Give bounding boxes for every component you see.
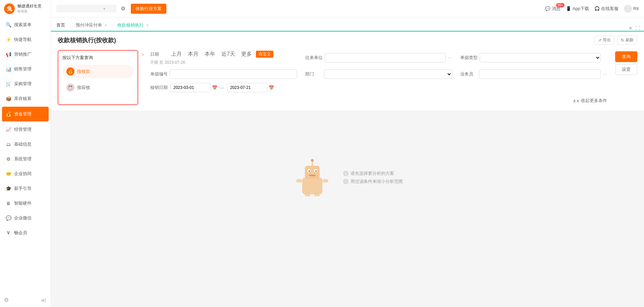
empty-hint-1: 1 请先选择要分析的方案 xyxy=(343,170,403,176)
verifydate-start-icon[interactable]: 📅 xyxy=(212,85,217,90)
tab-prepay-close[interactable]: × xyxy=(105,23,107,27)
doctype-select[interactable] xyxy=(480,53,601,62)
verifydate-end[interactable]: 2023-07-21 xyxy=(227,83,267,92)
partner-input[interactable] xyxy=(325,53,446,62)
finance-nav-icon: 💰 xyxy=(5,111,11,117)
date-btn-this-month[interactable]: 本月 xyxy=(186,50,201,58)
user-avatar xyxy=(624,5,632,13)
sidebar-item-label: 搜索菜单 xyxy=(14,22,32,28)
settings-bottom-icon[interactable]: ⚙ xyxy=(4,297,9,303)
tabbar-right: ✕ ⛶ xyxy=(629,25,644,31)
filter-scheme-title: 按以下方案查询 xyxy=(62,55,133,61)
page-header: 收款核销执行(按收款) ↗ 导出 ↻ 刷新 xyxy=(51,32,644,45)
sidebar-item-management[interactable]: 📈 经营管理 xyxy=(0,122,51,137)
docno-input[interactable] xyxy=(170,69,297,79)
receipt-option-icon: 💰 xyxy=(66,67,74,75)
date-btn-7days[interactable]: 近7天 xyxy=(219,50,237,58)
sidebar-item-member[interactable]: V 畅会员 xyxy=(0,225,51,240)
topbar-settings-icon[interactable]: ⚙ xyxy=(121,5,125,12)
topbar-search-area[interactable]: ▾ xyxy=(56,5,117,12)
tab-prepay[interactable]: 预付冲应付单 × xyxy=(70,19,112,32)
sidebar-item-marketing[interactable]: 📢 营销推广 xyxy=(0,47,51,62)
hardware-nav-icon: 🖥 xyxy=(5,201,11,206)
sidebar-collapse-btn[interactable]: ◀‖ xyxy=(41,297,47,303)
sidebar-item-label: 企业微信 xyxy=(14,215,32,221)
topbar-msg-btn[interactable]: 💬 消息 99+ xyxy=(545,6,560,12)
date-btn-last-month[interactable]: 上月 xyxy=(169,50,184,58)
topbar-app-btn[interactable]: 📱 App下载 xyxy=(566,6,589,12)
filter-docno-group: 单据编号 xyxy=(150,69,297,79)
sidebar-item-search[interactable]: 🔍 搜索菜单 xyxy=(0,17,51,32)
sidebar: 兔 畅捷通好生意 标准版 🔍 搜索菜单 ⚡ 快捷导航 📢 营销推广 📊 销售管理… xyxy=(0,0,51,307)
inventory-nav-icon: 📦 xyxy=(5,96,11,101)
export-btn[interactable]: ↗ 导出 xyxy=(594,36,614,45)
page-header-actions: ↗ 导出 ↻ 刷新 xyxy=(594,36,637,45)
wechat-nav-icon: 💬 xyxy=(5,215,11,221)
verifydate-start[interactable]: 2023-03-01 xyxy=(170,83,211,92)
tab-expand-icon[interactable]: ⛶ xyxy=(635,25,640,31)
empty-hint-2: 2 用过滤条件来缩小分析范围 xyxy=(343,178,403,185)
svg-rect-6 xyxy=(309,175,316,176)
filter-doctype-group: 单据类型 ··· xyxy=(460,50,607,65)
sidebar-item-guide[interactable]: 🎓 新手引导 xyxy=(0,181,51,196)
sidebar-item-sales[interactable]: 📊 销售管理 xyxy=(0,62,51,76)
topbar-user-btn[interactable]: Rit xyxy=(624,5,639,13)
tab-home[interactable]: 首页 xyxy=(51,19,70,32)
sidebar-item-quick[interactable]: ⚡ 快捷导航 xyxy=(0,32,51,47)
app-logo: 兔 畅捷通好生意 标准版 xyxy=(0,0,51,17)
svg-rect-7 xyxy=(296,179,302,183)
topbar-dropdown-icon[interactable]: ▾ xyxy=(103,6,105,11)
date-btn-custom[interactable]: 自定义 xyxy=(256,51,273,58)
svg-point-5 xyxy=(315,170,317,172)
staff-more-icon[interactable]: ··· xyxy=(603,71,607,77)
tab-verify[interactable]: 收款核销执行 × xyxy=(112,19,154,32)
filter-option-by-receipt[interactable]: 💰 按收款 xyxy=(62,65,133,78)
sidebar-item-wechat[interactable]: 💬 企业微信 xyxy=(0,211,51,225)
svg-rect-1 xyxy=(305,166,320,178)
query-btns-area: 查询 设置 xyxy=(615,50,637,105)
industry-btn[interactable]: 体验行业方案 xyxy=(131,4,166,14)
topbar-service-label: 在线客服 xyxy=(601,6,619,12)
tab-prepay-label: 预付冲应付单 xyxy=(76,22,102,28)
results-area: 1 请先选择要分析的方案 2 用过滤条件来缩小分析范围 xyxy=(51,110,644,245)
filter-collapse-btn[interactable]: » xyxy=(138,50,148,105)
filter-panel: 按以下方案查询 💰 按收款 ⏰ 按应收 » xyxy=(51,45,644,110)
date-label: 日期 xyxy=(150,51,167,57)
sidebar-item-label: 销售管理 xyxy=(14,66,32,72)
staff-input[interactable] xyxy=(479,69,601,79)
verifydate-end-icon[interactable]: 📅 xyxy=(269,85,274,90)
verifydate-start-wrap: 2023-03-01 📅 xyxy=(170,83,217,92)
topbar-search-input[interactable] xyxy=(60,6,101,11)
page-title: 收款核销执行(按收款) xyxy=(58,36,116,44)
filter-option-by-receivable[interactable]: ⏰ 按应收 xyxy=(62,81,133,94)
sidebar-nav: 🔍 搜索菜单 ⚡ 快捷导航 📢 营销推广 📊 销售管理 🛒 采购管理 📦 库存核… xyxy=(0,17,51,293)
topbar-service-btn[interactable]: 🎧 在线客服 xyxy=(594,6,619,12)
partner-more-icon[interactable]: ··· xyxy=(448,55,452,61)
sidebar-item-finance[interactable]: 💰 资金管理 xyxy=(2,107,49,121)
sidebar-item-system[interactable]: ⚙ 系统管理 xyxy=(0,152,51,166)
filter-verifydate-group: 核销日期 2023-03-01 📅 — 2023-07-21 📅 xyxy=(150,83,607,92)
tab-close-all-icon[interactable]: ✕ xyxy=(629,25,633,31)
sidebar-item-purchase[interactable]: 🛒 采购管理 xyxy=(0,76,51,91)
sidebar-item-label: 采购管理 xyxy=(14,81,32,87)
refresh-btn[interactable]: ↻ 刷新 xyxy=(617,36,637,45)
sidebar-item-inventory[interactable]: 📦 库存核算 xyxy=(0,91,51,106)
tab-verify-close[interactable]: × xyxy=(146,23,148,27)
search-nav-icon: 🔍 xyxy=(5,22,11,28)
collapse-more-btn[interactable]: ∧∧ 收起更多条件 xyxy=(573,98,607,104)
date-btn-this-year[interactable]: 本年 xyxy=(203,50,217,58)
verifydate-label: 核销日期 xyxy=(150,85,168,91)
sidebar-item-label: 快捷导航 xyxy=(14,37,32,43)
app-version: 标准版 xyxy=(17,9,42,14)
management-nav-icon: 📈 xyxy=(5,127,11,132)
docno-label: 单据编号 xyxy=(150,71,168,77)
filter-settings-btn[interactable]: 设置 xyxy=(615,64,637,75)
sidebar-item-basic[interactable]: 🗂 基础信息 xyxy=(0,137,51,152)
tab-verify-label: 收款核销执行 xyxy=(117,22,144,28)
sidebar-item-hardware[interactable]: 🖥 智能硬件 xyxy=(0,196,51,211)
marketing-nav-icon: 📢 xyxy=(5,52,11,57)
sidebar-item-collab[interactable]: 🤝 企业协同 xyxy=(0,166,51,181)
date-btn-more[interactable]: 更多 xyxy=(239,50,254,58)
dept-select[interactable] xyxy=(324,69,452,79)
query-btn[interactable]: 查询 xyxy=(615,51,637,62)
